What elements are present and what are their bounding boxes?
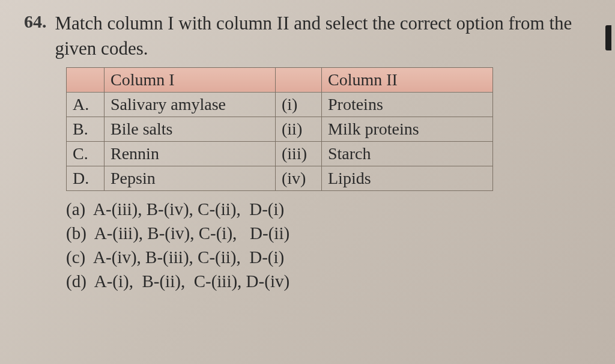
row-letter: B. (67, 117, 105, 141)
option-a: (a) A-(iii), B-(iv), C-(ii), D-(i) (66, 197, 579, 221)
header-blank-1 (67, 67, 105, 92)
table-row: A. Salivary amylase (i) Proteins (67, 92, 493, 117)
row-col2: Starch (322, 141, 493, 166)
row-roman: (i) (276, 92, 322, 117)
option-text: A-(iii), B-(iv), C-(i), D-(ii) (94, 223, 289, 243)
header-column-1: Column I (105, 67, 276, 92)
table-header-row: Column I Column II (67, 67, 493, 92)
page-content: 64. Match column I with column II and se… (0, 0, 615, 305)
option-text: A-(iii), B-(iv), C-(ii), D-(i) (93, 199, 284, 219)
row-roman: (iii) (276, 141, 322, 166)
option-label: (b) (66, 223, 86, 243)
answer-options: (a) A-(iii), B-(iv), C-(ii), D-(i) (b) A… (66, 197, 579, 293)
option-label: (d) (66, 271, 86, 291)
row-col1: Salivary amylase (105, 92, 276, 117)
row-roman: (ii) (276, 117, 322, 141)
row-col1: Rennin (105, 141, 276, 166)
row-col1: Pepsin (105, 166, 276, 190)
row-col1: Bile salts (105, 117, 276, 141)
table-row: B. Bile salts (ii) Milk proteins (67, 117, 493, 141)
row-letter: C. (67, 141, 105, 166)
match-table: Column I Column II A. Salivary amylase (… (66, 67, 493, 191)
row-col2: Proteins (322, 92, 493, 117)
row-letter: D. (67, 166, 105, 190)
option-text: A-(i), B-(ii), C-(iii), D-(iv) (94, 271, 289, 291)
row-roman: (iv) (276, 166, 322, 190)
table-row: C. Rennin (iii) Starch (67, 141, 493, 166)
question-number: 64. (24, 11, 47, 32)
row-letter: A. (67, 92, 105, 117)
option-c: (c) A-(iv), B-(iii), C-(ii), D-(i) (66, 245, 579, 269)
option-label: (a) (66, 199, 85, 219)
header-column-2: Column II (322, 67, 493, 92)
page-edge-mark (605, 25, 611, 50)
row-col2: Lipids (322, 166, 493, 190)
option-text: A-(iv), B-(iii), C-(ii), D-(i) (93, 247, 284, 267)
option-label: (c) (66, 247, 85, 267)
question-row: 64. Match column I with column II and se… (24, 11, 579, 61)
table-row: D. Pepsin (iv) Lipids (67, 166, 493, 190)
option-d: (d) A-(i), B-(ii), C-(iii), D-(iv) (66, 269, 579, 293)
row-col2: Milk proteins (322, 117, 493, 141)
question-text: Match column I with column II and select… (55, 11, 580, 61)
header-blank-2 (276, 67, 322, 92)
option-b: (b) A-(iii), B-(iv), C-(i), D-(ii) (66, 221, 579, 245)
